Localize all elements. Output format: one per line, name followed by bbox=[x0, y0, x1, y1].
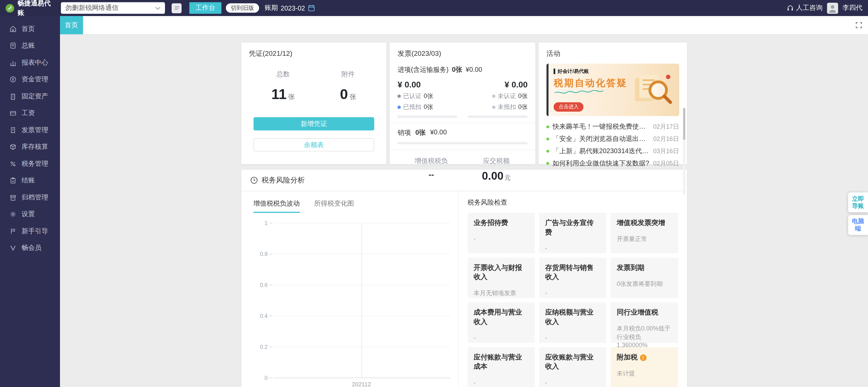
deducted-value: 0张 bbox=[424, 103, 433, 111]
sidebar-item-label: 库存核算 bbox=[21, 142, 48, 152]
period-label: 账期 bbox=[264, 3, 278, 13]
sidebar-item-closing[interactable]: 结账 bbox=[0, 172, 60, 189]
y-tick-label: 0.8 bbox=[253, 251, 268, 257]
username[interactable]: 李四代 bbox=[842, 3, 862, 13]
fullscreen-icon[interactable] bbox=[855, 21, 863, 29]
sidebar-item-label: 首页 bbox=[21, 24, 35, 34]
sidebar-item-general-ledger[interactable]: 总账 bbox=[0, 37, 60, 54]
risk-check-card[interactable]: 同行业增值税 本月税负0.00%低于行业税负1.360000% bbox=[611, 303, 678, 343]
news-item[interactable]: 如何利用企业微信快速下发数据? 02月05日 bbox=[547, 157, 679, 169]
news-text: 如何利用企业微信快速下发数据? bbox=[552, 158, 650, 168]
sidebar-item-membership[interactable]: 畅会员 bbox=[0, 240, 60, 257]
activity-news-list: 快来薅羊毛！一键报税免费使用365天... 02月17日 「安全」关闭浏览器自动… bbox=[547, 120, 679, 169]
sidebar-item-label: 总账 bbox=[21, 41, 35, 51]
risk-check-card[interactable]: 应收账款与营业收入 - bbox=[539, 347, 606, 387]
headset-icon bbox=[787, 4, 794, 12]
uncertified-value: 0张 bbox=[518, 92, 528, 100]
floating-side-buttons: 立即导账 电脑端 bbox=[848, 192, 868, 235]
uncertified-label: 未认证 bbox=[498, 92, 516, 100]
voucher-card: 凭证(2021/12) 总数 11张 附件 0张 bbox=[241, 43, 386, 164]
risk-check-grid: 业务招待费 - 广告与业务宣传费 bbox=[468, 213, 678, 387]
switch-old-version-button[interactable]: 切到旧版 bbox=[226, 3, 259, 13]
news-item[interactable]: 「安全」关闭浏览器自动退出登录状态 02月16日 bbox=[547, 133, 679, 145]
y-tick-label: 0.4 bbox=[253, 313, 268, 319]
banner-cta-button[interactable]: 点击进入 bbox=[554, 102, 584, 112]
company-select[interactable]: 勿删新锐网络通信 bbox=[61, 2, 165, 14]
scrollbar-thumb[interactable] bbox=[683, 108, 685, 140]
risk-item-title: 广告与业务宣传费 bbox=[545, 219, 600, 237]
workbench-button[interactable]: 工作台 bbox=[189, 2, 222, 14]
sidebar-item-invoice[interactable]: 发票管理 bbox=[0, 122, 60, 139]
risk-item-title: 存货周转与销售收入 bbox=[545, 263, 600, 282]
support-link[interactable]: 人工咨询 bbox=[787, 3, 823, 13]
archive-icon bbox=[10, 194, 17, 201]
sidebar-item-funds[interactable]: 资金管理 bbox=[0, 71, 60, 88]
sidebar-item-home[interactable]: 首页 bbox=[0, 20, 60, 37]
output-progress-bar bbox=[398, 142, 528, 144]
sidebar-item-payroll[interactable]: 工资 bbox=[0, 105, 60, 122]
risk-check-card[interactable]: 成本费用与营业收入 - bbox=[468, 303, 535, 343]
balance-sheet-button[interactable]: 余额表 bbox=[254, 138, 374, 151]
invoice-right-amount: ¥ 0.00 bbox=[468, 80, 528, 89]
certified-progress-bar bbox=[398, 115, 457, 117]
risk-item-desc: - bbox=[545, 244, 600, 253]
risk-check-card[interactable]: 开票收入与财报收入 本月无销项发票 bbox=[468, 258, 535, 298]
period-value[interactable]: 2023-02 bbox=[281, 4, 305, 12]
news-item[interactable]: 「上新」易代账20230314迭代更新 03月16日 bbox=[547, 145, 679, 157]
tax-label: 应交税额 bbox=[482, 157, 511, 166]
home-icon bbox=[10, 25, 17, 32]
ledger-icon bbox=[10, 42, 17, 49]
main-area: 首页 凭证(2021/12) 总数 11张 bbox=[60, 16, 868, 387]
topbar: 畅捷通易代账 勿删新锐网络通信 工作台 切到旧版 账期 2023-02 bbox=[0, 0, 868, 16]
tax-payable: 应交税额 0.00元 bbox=[482, 157, 511, 182]
risk-check-card[interactable]: 附加税 ! 未计提 bbox=[611, 347, 678, 387]
pc-client-button[interactable]: 电脑端 bbox=[848, 215, 868, 235]
sidebar-item-archive[interactable]: 归档管理 bbox=[0, 189, 60, 206]
sidebar-item-label: 税务管理 bbox=[21, 159, 48, 168]
tab-home[interactable]: 首页 bbox=[60, 16, 83, 34]
add-voucher-button[interactable]: 新增凭证 bbox=[254, 117, 374, 130]
sidebar-item-inventory[interactable]: 库存核算 bbox=[0, 139, 60, 156]
sidebar-item-label: 畅会员 bbox=[21, 243, 41, 253]
chart-gridline-vertical bbox=[362, 223, 362, 378]
sidebar-item-report-center[interactable]: 报表中心 bbox=[0, 54, 60, 71]
voucher-total-value: 11 bbox=[271, 86, 287, 102]
vat-chart-pane: 增值税税负波动 所得税变化图 1 bbox=[241, 191, 458, 387]
scrollbar[interactable] bbox=[683, 108, 685, 195]
clock-icon bbox=[250, 176, 258, 184]
sidebar-item-settings[interactable]: 设置 bbox=[0, 206, 60, 223]
risk-item-desc: - bbox=[474, 379, 529, 387]
risk-check-card[interactable]: 业务招待费 - bbox=[468, 213, 535, 253]
risk-item-title: 应收账款与营业收入 bbox=[545, 353, 600, 371]
risk-check-card[interactable]: 增值税发票突增 开票量正常 bbox=[611, 213, 678, 253]
risk-check-card[interactable]: 存货周转与销售收入 - bbox=[539, 258, 606, 298]
risk-check-card[interactable]: 广告与业务宣传费 - bbox=[539, 213, 606, 253]
voucher-total-label: 总数 bbox=[271, 70, 295, 79]
deducted-dot bbox=[398, 105, 401, 109]
tick-mark bbox=[269, 316, 271, 316]
tab-income-tax[interactable]: 所得税变化图 bbox=[314, 199, 354, 213]
risk-check-card[interactable]: 应付账款与营业成本 - bbox=[468, 347, 535, 387]
sidebar-item-tax[interactable]: 税务管理 bbox=[0, 155, 60, 172]
notice-icon[interactable] bbox=[172, 3, 182, 13]
voucher-attach-unit: 张 bbox=[350, 93, 356, 101]
sidebar-item-guide[interactable]: 新手引导 bbox=[0, 223, 60, 240]
tab-vat-burden[interactable]: 增值税税负波动 bbox=[253, 199, 300, 213]
tick-mark bbox=[269, 285, 271, 285]
import-accounts-button[interactable]: 立即导账 bbox=[848, 192, 868, 212]
sidebar-item-fixed-assets[interactable]: 固定资产 bbox=[0, 88, 60, 105]
risk-check-card[interactable]: 应纳税额与营业收入 - bbox=[539, 303, 606, 343]
bar-chart-icon bbox=[10, 59, 17, 66]
calendar-icon[interactable] bbox=[308, 4, 315, 12]
risk-item-title: 应纳税额与营业收入 bbox=[545, 308, 600, 327]
news-bullet-icon bbox=[547, 149, 549, 152]
content-scroll[interactable]: 凭证(2021/12) 总数 11张 附件 0张 bbox=[60, 34, 868, 387]
news-text: 快来薅羊毛！一键报税免费使用365天... bbox=[552, 122, 650, 131]
logo-icon bbox=[5, 4, 14, 13]
risk-check-card[interactable]: 发票到期 0张发票将要到期 bbox=[611, 258, 678, 298]
news-item[interactable]: 快来薅羊毛！一键报税免费使用365天... 02月17日 bbox=[547, 120, 679, 133]
avatar[interactable] bbox=[827, 2, 838, 13]
risk-item-desc: - bbox=[545, 379, 600, 387]
activity-banner[interactable]: 好会计/易代账 税期自动化答疑 点击进入 bbox=[547, 64, 679, 116]
risk-item-title: 同行业增值税 bbox=[617, 308, 658, 318]
